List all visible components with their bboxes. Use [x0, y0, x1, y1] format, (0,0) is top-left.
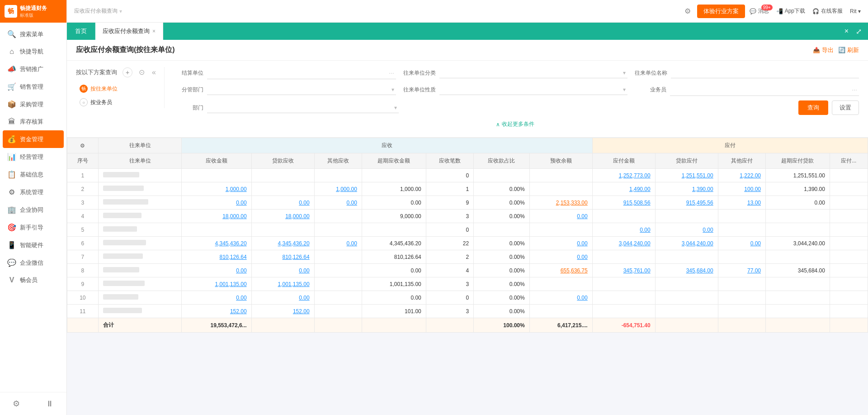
td-ysye — [529, 223, 592, 237]
td-ysbs: 9 — [426, 196, 473, 210]
td-unit — [98, 264, 182, 277]
td-unit — [98, 291, 182, 305]
sidebar-item-marketing[interactable]: 📣 营销推广 — [0, 60, 66, 78]
export-button[interactable]: 📤 导出 — [813, 46, 834, 54]
th-qtys: 其他应收 — [314, 153, 362, 169]
settings-button[interactable]: 设置 — [832, 100, 859, 115]
dept-select[interactable] — [207, 103, 399, 113]
td-qtys — [314, 291, 362, 305]
filter-business-label: 业务员 — [635, 86, 666, 94]
scheme-collapse-icon[interactable]: « — [151, 67, 157, 77]
inventory-icon: 🏛 — [7, 118, 16, 126]
tab-close-icon[interactable]: × — [152, 28, 156, 34]
td-dkyf: 345,684.00 — [655, 264, 718, 277]
sidebar-item-quick-nav[interactable]: ⌂ 快捷导航 — [0, 43, 66, 60]
tfoot-qtys — [314, 318, 362, 333]
scheme-option-staff[interactable]: ○ 按业务员 — [76, 96, 157, 108]
td-ysye: 0.00 — [529, 210, 592, 223]
scheme-option-unit[interactable]: 畅 按往来单位 — [76, 83, 157, 95]
jiesuan-unit-input[interactable] — [209, 68, 387, 78]
corpwx-icon: 💬 — [7, 258, 16, 267]
page-title: 应收应付余额查询(按往来单位) — [76, 45, 175, 55]
td-yfje: 1,490.00 — [592, 182, 655, 196]
business-dots-icon[interactable]: ··· — [852, 86, 857, 93]
tab-home[interactable]: 首页 — [67, 23, 95, 40]
sidebar-item-basic-info[interactable]: 📋 基础信息 — [0, 166, 66, 183]
sidebar-item-sales[interactable]: 🛒 销售管理 — [0, 78, 66, 95]
td-ysbs: 3 — [426, 305, 473, 318]
td-no: 11 — [67, 305, 99, 318]
tab-active[interactable]: 应收应付余额查询 × — [95, 23, 163, 40]
window-max-button[interactable]: ⤢ — [854, 25, 863, 38]
th-dkys: 贷款应收 — [251, 153, 314, 169]
business-person-input[interactable] — [672, 85, 850, 95]
sidebar-item-guide[interactable]: 🎯 新手引导 — [0, 219, 66, 236]
tfoot-cqyf — [766, 318, 830, 333]
filter-laiwan-name: 往来单位名称 — [635, 67, 859, 79]
header-gear-icon[interactable]: ⚙ — [683, 5, 693, 17]
th-ysbs: 应收笔数 — [426, 153, 473, 169]
add-scheme-button[interactable]: + — [123, 67, 132, 77]
user-menu[interactable]: Rit ▾ — [850, 8, 861, 14]
table-row: 6 4,345,436.20 4,345,436.20 0.00 4,345,4… — [67, 237, 868, 250]
td-qtys — [314, 305, 362, 318]
sidebar-item-corp-wx[interactable]: 💬 企业微信 — [0, 254, 66, 272]
td-cqys: 0.00 — [362, 264, 426, 277]
sidebar-settings-btn[interactable]: ⚙ — [9, 397, 24, 410]
sidebar-item-operation[interactable]: 📊 经营管理 — [0, 148, 66, 166]
td-unit — [98, 182, 182, 196]
sidebar-item-corp[interactable]: 🏢 企业协同 — [0, 201, 66, 219]
fenguan-dept-select[interactable] — [207, 85, 396, 95]
main-area: 首页 应收应付余额查询 × × ⤢ 应收应付余额查询(按往来单位) 📤 导出 🔄… — [67, 23, 868, 415]
td-yskzb: 0.00% — [474, 196, 530, 210]
td-no: 5 — [67, 223, 99, 237]
service-label: 在线客服 — [821, 7, 843, 15]
laiwan-nature-select[interactable] — [439, 85, 627, 95]
smarthw-icon: 📱 — [7, 241, 16, 249]
td-ysye: 2,153,333.00 — [529, 196, 592, 210]
sidebar-item-inventory[interactable]: 🏛 库存核算 — [0, 113, 66, 130]
td-yskzb: 0.00% — [474, 182, 530, 196]
td-qtys — [314, 250, 362, 264]
laiwan-unit-name-input[interactable] — [671, 68, 859, 78]
laiwan-category-select[interactable] — [439, 68, 627, 78]
td-ysbs: 1 — [426, 182, 473, 196]
refresh-button[interactable]: 🔄 刷新 — [838, 46, 859, 54]
sidebar-item-purchase[interactable]: 📦 采购管理 — [0, 95, 66, 113]
sidebar-item-smart-hw[interactable]: 📱 智能硬件 — [0, 236, 66, 254]
filter-laiwan-category: 往来单位分类 ▾ — [403, 67, 627, 79]
query-button[interactable]: 查询 — [798, 100, 828, 115]
scheme-settings-icon[interactable]: ⊙ — [138, 67, 146, 77]
td-ysbs: 3 — [426, 277, 473, 291]
td-dkys: 0.00 — [251, 196, 314, 210]
td-ysbs: 3 — [426, 210, 473, 223]
td-yf-extra — [830, 264, 868, 277]
collapse-button[interactable]: ∧ 收起更多条件 — [172, 118, 859, 131]
table-settings-icon[interactable]: ⚙ — [80, 143, 85, 149]
td-qtyf — [718, 277, 765, 291]
td-ysje — [182, 223, 251, 237]
td-yfje — [592, 305, 655, 318]
td-ysbs: 2 — [426, 250, 473, 264]
app-download-button[interactable]: 📲 App下载 — [776, 7, 805, 15]
td-yskzb: 0.00% — [474, 291, 530, 305]
sidebar-item-member[interactable]: V 畅会员 — [0, 272, 66, 289]
app-icon: 📲 — [776, 8, 783, 14]
sidebar-item-system[interactable]: ⚙ 系统管理 — [0, 183, 66, 201]
tab-active-label: 应收应付余额查询 — [103, 27, 150, 35]
sidebar-item-finance[interactable]: 💰 资金管理 — [3, 130, 64, 148]
td-dkys: 18,000.00 — [251, 210, 314, 223]
sidebar-item-search-menu[interactable]: 🔍 搜索菜单 — [0, 25, 66, 43]
window-close-button[interactable]: × — [843, 25, 850, 37]
sidebar-collapse-btn[interactable]: ⏸ — [42, 397, 57, 410]
tfoot-yskzb: 100.00% — [474, 318, 530, 333]
sidebar-item-label: 系统管理 — [20, 188, 43, 196]
trial-button[interactable]: 体验行业方案 — [697, 5, 745, 18]
message-button[interactable]: 💬 消息 99+ — [750, 7, 769, 15]
jiesuan-dots-icon[interactable]: ··· — [389, 69, 394, 76]
td-yfje — [592, 291, 655, 305]
td-ysye — [529, 182, 592, 196]
td-cqys: 0.00 — [362, 196, 426, 210]
logo: 畅 畅捷通财务 标准版 — [0, 0, 66, 23]
online-service-button[interactable]: 🎧 在线客服 — [812, 7, 843, 15]
